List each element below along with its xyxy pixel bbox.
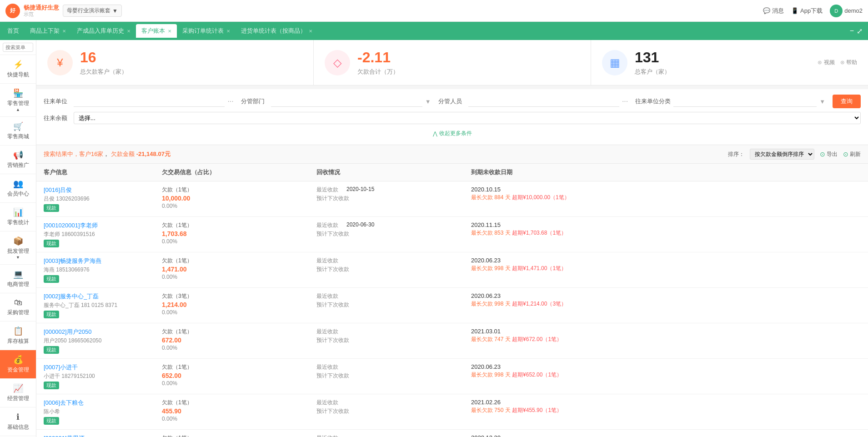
tab-production-history[interactable]: 产成品入库单历史 ✕ [71,24,136,38]
sidebar-item-retail-mall[interactable]: 🛒 零售商城 [0,117,36,146]
close-icon[interactable]: ✕ [168,29,171,34]
sidebar-item-inventory[interactable]: 📋 库存核算 [0,321,36,350]
stat-info-debt: 16 总欠款客户（家） [80,49,127,76]
debt-amount-4[interactable]: 1,214.00 [162,301,316,308]
message-button[interactable]: 💬 消息 [763,7,784,15]
table-row: [0003]畅捷服务尹海燕 海燕 18513066976 现款 欠款（1笔） 1… [36,252,868,288]
date-info-5: 2021.03.01 最长欠款 747 天 超期¥672.00（1笔） [471,328,861,343]
stats-row: ¥ 16 总欠款客户（家） ◇ -2.11 欠款合计（万） ▦ 131 总客户（… [36,40,868,85]
debt-percent-5: 0.00% [162,345,316,351]
customer-name-5[interactable]: [000002]用户2050 [44,328,162,336]
date-main-1: 2020.10.15 [471,186,861,193]
sidebar-item-operations[interactable]: 📈 经营管理 [0,379,36,407]
dept-input[interactable] [271,96,422,107]
app-download-button[interactable]: 📱 App下载 [791,7,823,15]
debt-amount-7[interactable]: 455.90 [162,407,316,415]
date-main-3: 2020.06.23 [471,257,861,264]
tab-home[interactable]: 首页 [2,24,25,38]
recovery-label-2: 最近收款 [316,221,339,229]
dept-dropdown-icon[interactable]: ▼ [425,98,431,105]
next-recovery-row-4: 预计下次收款 [316,301,471,309]
category-input[interactable] [673,96,817,107]
export-icon: ⊙ [820,151,825,158]
overdue-link-1[interactable]: 超期¥10,000.00（1笔） [512,194,570,201]
tab-product-listing[interactable]: 商品上下架 ✕ [25,24,71,38]
sidebar-item-retail-stats[interactable]: 📊 零售统计 [0,203,36,231]
sidebar-item-member-center[interactable]: 👥 会员中心 [0,174,36,203]
customer-name-8[interactable]: [000001]黄思源 [44,434,162,437]
supplier-input[interactable] [74,96,225,107]
sidebar-item-label: 营销推广 [7,161,29,169]
person-input[interactable] [468,96,619,107]
tab-stock-stats[interactable]: 进货单统计表（按商品） ✕ [236,24,318,38]
collapse-button[interactable]: ⋀ 收起更多条件 [44,128,861,139]
customer-info-8: [000001]黄思源 黄思源 13552700226 现款 [44,434,162,437]
overdue-link-3[interactable]: 超期¥1,471.00（1笔） [512,265,567,271]
overdue-link-4[interactable]: 超期¥1,214.00（3笔） [512,301,567,307]
debt-label-5: 欠款（1笔） [162,328,316,336]
debt-amount-1[interactable]: 10,000.00 [162,195,316,202]
col-header-customer: 客户信息 [44,168,162,176]
customer-name-2[interactable]: [0001020001]李老师 [44,221,162,230]
sidebar-item-finance[interactable]: 💰 资金管理 [0,350,36,379]
tab-product-listing-label: 商品上下架 [30,27,60,35]
customer-name-1[interactable]: [0016]吕俊 [44,186,162,194]
category-dropdown-icon[interactable]: ▼ [819,98,825,105]
sidebar-search-input[interactable] [3,43,33,52]
next-recovery-row-6: 预计下次收款 [316,372,471,380]
debt-amount-6[interactable]: 652.00 [162,372,316,379]
filter-supplier-label: 往来单位 [44,97,71,105]
overdue-link-6[interactable]: 超期¥652.00（1笔） [512,372,562,378]
tabs-minimize-icon[interactable]: − [850,27,854,35]
sidebar-item-label: 零售管理 [7,100,29,107]
sidebar-item-marketing[interactable]: 📢 营销推广 [0,146,36,174]
debt-amount-5[interactable]: 672.00 [162,337,316,344]
stat-icon-total-debt: ◇ [325,50,350,75]
sort-select[interactable]: 按欠款金额倒序排序 按欠款金额升序排序 [750,149,814,160]
customer-name-3[interactable]: [0003]畅捷服务尹海燕 [44,257,162,265]
company-selector[interactable]: 母婴行业演示账套 ▼ [63,5,122,17]
customer-name-6[interactable]: [0007]小进干 [44,363,162,372]
debt-label-8: 欠款（1笔） [162,434,316,437]
overdue-link-7[interactable]: 超期¥455.90（1笔） [512,407,562,413]
query-button[interactable]: 查询 [833,95,861,108]
date-main-4: 2020.06.23 [471,292,861,299]
video-button[interactable]: ⊙ 视频 [818,59,834,66]
recovery-row-7: 最近收款 [316,399,471,407]
sidebar-item-basic-info[interactable]: ℹ 基础信息 [0,407,36,436]
tab-customer-account[interactable]: 客户账本 ✕ [136,24,177,38]
person-more-icon[interactable]: ··· [622,97,628,105]
supplier-more-icon[interactable]: ··· [227,97,233,105]
help-button[interactable]: ⊙ 帮助 [840,59,857,66]
sidebar-item-ecommerce[interactable]: 💻 电商管理 [0,265,36,293]
overdue-link-2[interactable]: 超期¥1,703.68（1笔） [512,230,567,236]
date-info-2: 2020.11.15 最长欠款 853 天 超期¥1,703.68（1笔） [471,221,861,237]
sidebar-item-wholesale-mgmt[interactable]: 📦 批发管理 ▼ [0,231,36,265]
sidebar-item-quick-nav[interactable]: ⚡ 快捷导航 [0,55,36,84]
customer-phone-6: 小进干 18279152100 [44,372,162,380]
close-icon[interactable]: ✕ [226,29,230,34]
next-recovery-label-3: 预计下次收款 [316,266,349,273]
close-icon[interactable]: ✕ [127,29,130,34]
export-button[interactable]: ⊙ 导出 [820,151,838,158]
debt-info-3: 欠款（1笔） 1,471.00 0.00% [162,257,316,280]
sidebar-item-purchase[interactable]: 🛍 采购管理 [0,293,36,321]
customer-name-7[interactable]: [0006]去下粮仓 [44,399,162,407]
close-icon[interactable]: ✕ [62,29,66,34]
customer-name-4[interactable]: [0002]服务中心_丁磊 [44,292,162,301]
overdue-link-5[interactable]: 超期¥672.00（1笔） [512,336,562,342]
tab-purchase-order-stats[interactable]: 采购订单统计表 ✕ [177,24,236,38]
debt-amount-3[interactable]: 1,471.00 [162,266,316,273]
close-icon[interactable]: ✕ [309,29,312,34]
user-profile[interactable]: D demo2 [830,5,863,17]
tabs-maximize-icon[interactable]: ⤢ [857,27,863,35]
date-main-8: 2020.12.30 [471,434,861,437]
result-amount-label: 欠款金额 [111,151,135,157]
table-row: [0007]小进干 小进干 18279152100 现款 欠款（1笔） 652.… [36,359,868,394]
refresh-button[interactable]: ⊙ 刷新 [843,151,861,158]
customer-phone-7: 陈小希 [44,408,162,416]
customer-phone-3: 海燕 18513066976 [44,266,162,274]
balance-select[interactable]: 选择... 有欠款 全部 [74,112,861,124]
debt-amount-2[interactable]: 1,703.68 [162,230,316,237]
sidebar-item-retail-mgmt[interactable]: 🏪 零售管理 ▲ [0,84,36,117]
